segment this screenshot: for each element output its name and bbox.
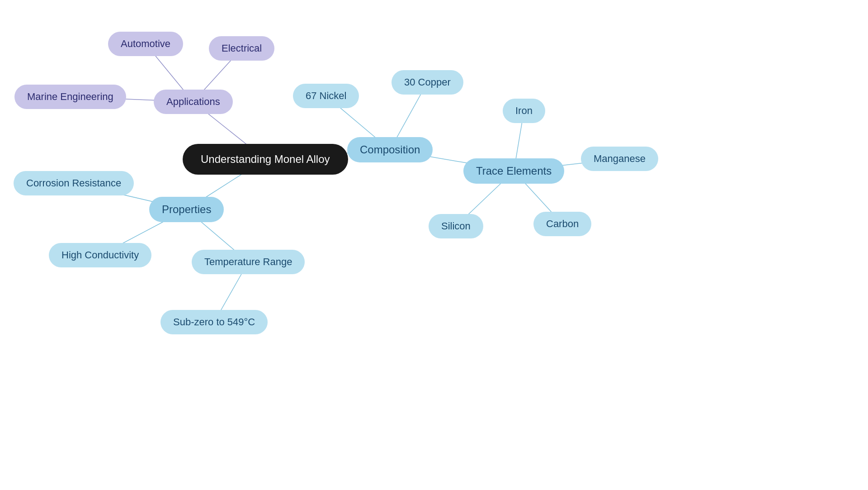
node-carbon: Carbon [533, 212, 591, 236]
node-high-conductivity: High Conductivity [49, 243, 151, 267]
node-copper-30: 30 Copper [392, 70, 463, 95]
node-composition: Composition [347, 137, 433, 162]
node-corrosion-resistance: Corrosion Resistance [14, 171, 134, 195]
node-sub-zero: Sub-zero to 549°C [160, 310, 268, 334]
node-silicon: Silicon [429, 214, 483, 238]
node-nickel-67: 67 Nickel [293, 84, 359, 108]
node-marine-engineering: Marine Engineering [14, 85, 126, 109]
node-automotive: Automotive [108, 32, 183, 56]
center-node: Understanding Monel Alloy [183, 144, 348, 175]
node-electrical: Electrical [209, 36, 274, 61]
node-applications: Applications [154, 90, 233, 114]
node-properties: Properties [149, 197, 224, 222]
node-iron: Iron [503, 99, 545, 123]
node-manganese: Manganese [581, 147, 658, 171]
node-trace-elements: Trace Elements [463, 158, 564, 184]
node-temperature-range: Temperature Range [192, 250, 305, 274]
